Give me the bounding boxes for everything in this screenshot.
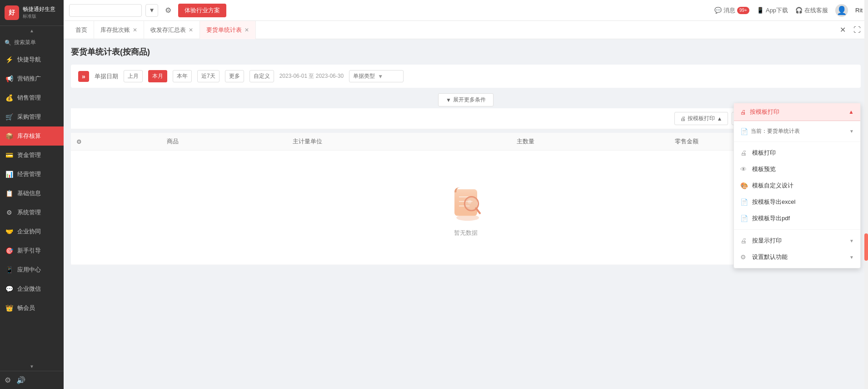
volume-icon[interactable]: 🔊 xyxy=(16,376,25,384)
topbar-gear-btn[interactable]: ⚙ xyxy=(162,4,175,17)
topbar-dropdown-btn[interactable]: ▼ xyxy=(145,4,158,17)
window-close-btn[interactable]: ✕ xyxy=(837,25,848,35)
sidebar-item-finance[interactable]: 💳 资金管理 xyxy=(0,146,64,165)
topbar-search-input[interactable] xyxy=(69,4,142,17)
print-dropdown-arrow: ▲ xyxy=(717,116,722,122)
scrollbar-thumb[interactable] xyxy=(864,233,868,261)
online-service-action[interactable]: 🎧 在线客服 xyxy=(795,6,828,15)
sidebar-item-sales[interactable]: 💰 销售管理 xyxy=(0,88,64,107)
date-btn-last-month[interactable]: 上月 xyxy=(124,70,143,82)
set-default-icon: ⚙ xyxy=(740,253,748,261)
sidebar-item-label: 资金管理 xyxy=(17,151,41,159)
expand-more-btn[interactable]: ▼ 展开更多条件 xyxy=(438,93,494,106)
template-excel-label: 按模板导出excel xyxy=(752,198,795,206)
sidebar-scroll-down[interactable]: ▼ xyxy=(0,362,64,371)
sidebar-item-label: 应用中心 xyxy=(17,266,41,274)
app-download-action[interactable]: 📱 App下载 xyxy=(757,6,788,15)
template-print-label: 模板打印 xyxy=(752,149,776,157)
messages-action[interactable]: 💬 消息 99+ xyxy=(714,6,749,15)
sidebar-item-operations[interactable]: 📊 经营管理 xyxy=(0,165,64,184)
sidebar-search[interactable]: 🔍 搜索菜单 xyxy=(0,35,64,50)
date-btn-this-month[interactable]: 本月 xyxy=(148,70,167,82)
date-btn-last7[interactable]: 近7天 xyxy=(197,70,219,82)
set-default-arrow: ▼ xyxy=(849,255,854,260)
topbar: ▼ ⚙ 体验行业方案 💬 消息 99+ 📱 App下载 🎧 在线客服 👤 Rit xyxy=(64,0,868,21)
print-template-btn[interactable]: 🖨 按模板打印 ▲ xyxy=(674,112,728,125)
date-btn-custom[interactable]: 自定义 xyxy=(249,70,274,82)
topbar-actions: 💬 消息 99+ 📱 App下载 🎧 在线客服 👤 Rit xyxy=(714,4,863,17)
filter-expand-btn[interactable]: » xyxy=(78,71,89,82)
sidebar-item-system[interactable]: ⚙ 系统管理 xyxy=(0,203,64,222)
tab-order-stats[interactable]: 要货单统计表 ✕ xyxy=(200,21,256,39)
print-dropdown-sub-1[interactable]: ⚙ 设置默认功能 ▼ xyxy=(734,249,860,265)
set-default-label: 设置默认功能 xyxy=(752,253,788,261)
tab-inventory-batch-label: 库存批次账 xyxy=(100,26,130,34)
sidebar-item-inventory[interactable]: 📦 库存核算 xyxy=(0,126,64,146)
member-icon: 👑 xyxy=(5,303,14,313)
sidebar-item-wechat[interactable]: 💬 企业微信 xyxy=(0,279,64,298)
operations-icon: 📊 xyxy=(5,170,14,179)
sidebar-item-basic-info[interactable]: 📋 基础信息 xyxy=(0,184,64,203)
sidebar-item-app-center[interactable]: 📱 应用中心 xyxy=(0,260,64,279)
current-template-item[interactable]: 📄 当前：要货单统计表 ▼ xyxy=(734,124,860,139)
sidebar-item-label: 系统管理 xyxy=(17,208,41,217)
sidebar-item-label: 新手引导 xyxy=(17,247,41,255)
date-btn-this-year[interactable]: 本年 xyxy=(173,70,192,82)
page-title: 要货单统计表(按商品) xyxy=(71,46,861,57)
app-version: 标准版 xyxy=(23,13,55,20)
window-maximize-btn[interactable]: ⛶ xyxy=(852,25,863,35)
print-icon: 🖨 xyxy=(680,116,686,122)
finance-icon: 💳 xyxy=(5,151,14,160)
industry-btn[interactable]: 体验行业方案 xyxy=(178,4,226,17)
avatar[interactable]: 👤 xyxy=(835,4,848,17)
tab-inventory-batch[interactable]: 库存批次账 ✕ xyxy=(94,21,144,39)
page-content: 要货单统计表(按商品) » 单据日期 上月 本月 本年 近7天 更多 自定义 2… xyxy=(64,39,868,389)
template-custom-label: 模板自定义设计 xyxy=(752,182,793,190)
display-print-arrow: ▼ xyxy=(849,238,854,243)
sidebar-item-member[interactable]: 👑 畅会员 xyxy=(0,298,64,318)
print-dropdown-item-0[interactable]: 🖨 模板打印 xyxy=(734,145,860,161)
date-btn-more[interactable]: 更多 xyxy=(225,70,244,82)
print-header-icon: 🖨 xyxy=(740,109,746,116)
sidebar-bottom: ⚙ 🔊 xyxy=(0,371,64,389)
sidebar-item-label: 营销推广 xyxy=(17,75,41,83)
th-quantity: 主数量 xyxy=(511,133,670,151)
print-dropdown-header[interactable]: 🖨 按模板打印 ▲ xyxy=(734,103,860,121)
sidebar-item-purchase[interactable]: 🛒 采购管理 xyxy=(0,107,64,126)
print-dropdown-item-1[interactable]: 👁 模板预览 xyxy=(734,161,860,177)
tab-receipt-summary-close[interactable]: ✕ xyxy=(189,27,193,33)
filter-bar: » 单据日期 上月 本月 本年 近7天 更多 自定义 2023-06-01 至 … xyxy=(71,65,861,88)
order-type-select[interactable]: 单据类型 ▼ xyxy=(349,70,404,82)
template-print-icon: 🖨 xyxy=(740,149,748,157)
sidebar-item-quick-nav[interactable]: ⚡ 快捷导航 xyxy=(0,50,64,69)
tab-home[interactable]: 首页 xyxy=(69,21,94,39)
column-gear-icon[interactable]: ⚙ xyxy=(76,138,82,145)
template-pdf-icon: 📄 xyxy=(740,215,748,222)
basic-info-icon: 📋 xyxy=(5,189,14,198)
search-icon: 🔍 xyxy=(5,40,11,46)
sidebar-item-guide[interactable]: 🎯 新手引导 xyxy=(0,241,64,260)
headset-icon: 🎧 xyxy=(795,7,803,14)
sidebar-item-marketing[interactable]: 📢 营销推广 xyxy=(0,69,64,88)
th-gear[interactable]: ⚙ xyxy=(71,133,161,151)
sidebar-scroll-up[interactable]: ▲ xyxy=(0,26,64,35)
print-dropdown-sub-0[interactable]: 🖨 按显示打印 ▼ xyxy=(734,232,860,249)
template-preview-icon: 👁 xyxy=(740,166,748,173)
sidebar: 好 畅捷通好生意 标准版 ▲ 🔍 搜索菜单 ⚡ 快捷导航 📢 营销推广 💰 销售… xyxy=(0,0,64,389)
tab-receipt-summary[interactable]: 收发存汇总表 ✕ xyxy=(144,21,200,39)
sidebar-item-label: 企业协同 xyxy=(17,227,41,236)
sidebar-item-label: 销售管理 xyxy=(17,94,41,102)
sidebar-item-label: 畅会员 xyxy=(17,304,35,312)
tab-window-controls: ✕ ⛶ xyxy=(837,25,863,35)
settings-icon[interactable]: ⚙ xyxy=(5,376,11,384)
sidebar-logo: 好 畅捷通好生意 标准版 xyxy=(0,0,64,26)
print-dropdown-collapse[interactable]: ▲ xyxy=(848,109,854,115)
template-excel-icon: 📄 xyxy=(740,198,748,206)
tab-order-stats-close[interactable]: ✕ xyxy=(244,27,249,33)
print-dropdown-item-3[interactable]: 📄 按模板导出excel xyxy=(734,194,860,210)
print-dropdown-item-4[interactable]: 📄 按模板导出pdf xyxy=(734,210,860,227)
print-dropdown-item-2[interactable]: 🎨 模板自定义设计 xyxy=(734,177,860,194)
tab-inventory-batch-close[interactable]: ✕ xyxy=(133,27,137,33)
sidebar-item-cooperation[interactable]: 🤝 企业协同 xyxy=(0,222,64,241)
display-print-label: 按显示打印 xyxy=(752,237,782,245)
